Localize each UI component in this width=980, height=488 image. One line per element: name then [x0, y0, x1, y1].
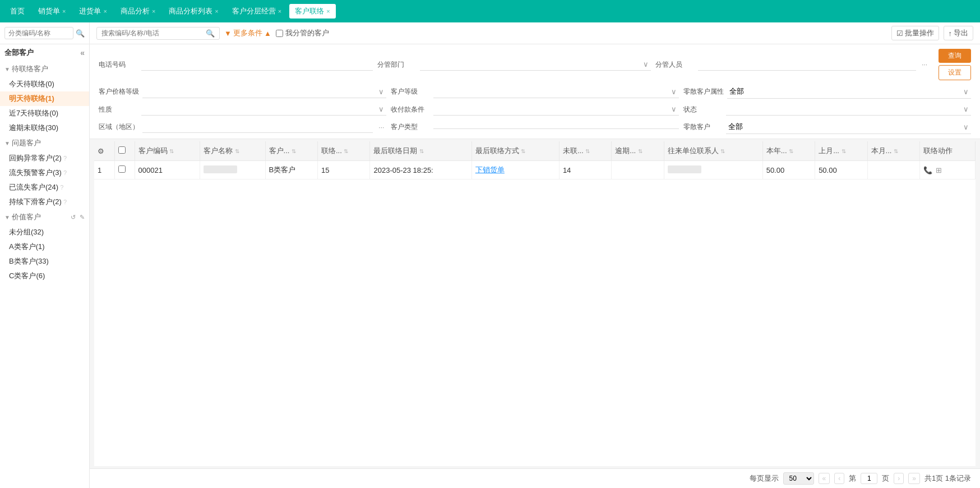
nav-close-0[interactable]: × — [62, 8, 66, 15]
toolbar-search-input[interactable] — [101, 29, 202, 37]
nav-close-2[interactable]: × — [152, 8, 155, 15]
my-customers-label: 我分管的客户 — [285, 28, 329, 38]
sort-icon-contact[interactable]: ⇅ — [344, 148, 348, 154]
nav-home[interactable]: 首页 — [4, 4, 30, 19]
nav-item-2[interactable]: 商品分析 × — [115, 4, 161, 19]
sidebar-item-today[interactable]: 今天待联络(0) — [0, 77, 89, 91]
action-call-0[interactable]: 📞 — [923, 166, 932, 174]
set-button[interactable]: 设置 — [939, 65, 971, 80]
filter-region-input[interactable] — [142, 121, 373, 133]
filter-payment-select[interactable]: ∨ — [433, 103, 678, 116]
filter-retail-customer-select[interactable]: 全部 ∨ — [726, 120, 971, 134]
nav-item-0[interactable]: 销货单 × — [33, 4, 71, 19]
value-arrow: ▼ — [4, 214, 10, 220]
sidebar-item-ungrouped[interactable]: 未分组(32) — [0, 225, 89, 240]
sidebar-item-declining[interactable]: 持续下滑客户(2) ? — [0, 195, 89, 209]
col-name: 客户名称 ⇅ — [200, 141, 266, 161]
sort-icon-no-contact[interactable]: ⇅ — [585, 148, 590, 154]
sidebar-item-7days[interactable]: 近7天待联络(0) — [0, 106, 89, 121]
filter-phone-label: 电话号码 — [99, 60, 138, 70]
per-page-select[interactable]: 50 100 200 — [783, 472, 814, 485]
filter-dept-select[interactable]: ∨ — [420, 58, 651, 71]
contact-method-link-0[interactable]: 下销货单 — [475, 165, 505, 174]
filter-phone-input[interactable] — [141, 59, 373, 71]
export-label: 导出 — [954, 28, 968, 38]
sidebar-item-lost[interactable]: 已流失客户(24) ? — [0, 180, 89, 195]
first-page-btn[interactable]: « — [819, 473, 830, 484]
region-more[interactable]: ··· — [376, 122, 386, 133]
sort-icon-this-month[interactable]: ⇅ — [894, 148, 898, 154]
refresh-icon[interactable]: ↺ — [71, 214, 76, 221]
retail-customer-value: 全部 — [728, 122, 743, 132]
sort-icon-related[interactable]: ⇅ — [720, 148, 725, 154]
sidebar-item-tomorrow[interactable]: 明天待联络(1) — [0, 91, 89, 106]
total-label: 共1页 1条记录 — [924, 473, 971, 484]
select-all-checkbox[interactable] — [118, 146, 126, 154]
filter-value-grade-select[interactable]: ∨ — [142, 86, 386, 98]
batch-op-button[interactable]: ☑ 批量操作 — [891, 26, 939, 40]
filter-retail-attr-select[interactable]: 全部 ∨ — [727, 85, 971, 99]
nav-item-1[interactable]: 进货单 × — [73, 4, 112, 19]
sidebar-item-abnormal[interactable]: 回购异常客户(2) ? — [0, 151, 89, 165]
page-input[interactable] — [861, 473, 877, 484]
all-customers-label: 全部客户 — [4, 48, 34, 58]
export-button[interactable]: ↑ 导出 — [944, 26, 974, 40]
sidebar-search-icon[interactable]: 🔍 — [76, 29, 85, 38]
cell-last-method-0[interactable]: 下销货单 — [471, 161, 559, 179]
sidebar: 🔍 全部客户 « ▼ 待联络客户 今天待联络(0) 明天待联络(1) 近7天待联… — [0, 22, 90, 488]
nav-close-3[interactable]: × — [215, 8, 218, 15]
retail-attr-value: 全部 — [729, 86, 744, 96]
sort-icon-last-month[interactable]: ⇅ — [842, 148, 846, 154]
sort-icon-year[interactable]: ⇅ — [789, 148, 793, 154]
action-more-0[interactable]: ⊞ — [936, 166, 942, 174]
nav-close-4[interactable]: × — [278, 8, 281, 15]
sort-icon-type[interactable]: ⇅ — [292, 148, 296, 154]
sidebar-search-input[interactable] — [4, 27, 73, 39]
cell-type-0: B类客户 — [265, 161, 317, 179]
sort-icon-name[interactable]: ⇅ — [235, 148, 239, 154]
filter-status-select[interactable]: ∨ — [726, 103, 971, 116]
cell-checkbox-0[interactable] — [114, 161, 135, 179]
page-label: 第 — [849, 473, 856, 484]
filter-customer-type-select[interactable] — [433, 125, 678, 129]
sort-icon-code[interactable]: ⇅ — [169, 148, 174, 154]
sort-icon-date[interactable]: ⇅ — [419, 148, 424, 154]
all-customers-header[interactable]: 全部客户 « — [0, 44, 89, 61]
nav-item-3[interactable]: 商品分析列表 × — [163, 4, 224, 19]
table-header-row: ⚙ 客户编码 ⇅ 客户名称 ⇅ 客户... ⇅ 联络... ⇅ 最后联络日期 ⇅… — [94, 141, 976, 161]
next-page-btn[interactable]: › — [894, 473, 904, 484]
sort-icon-overdue[interactable]: ⇅ — [638, 148, 642, 154]
filter-icon: ▼ — [224, 29, 232, 38]
edit-icon[interactable]: ✎ — [80, 214, 85, 221]
filter-customer-grade-select[interactable]: ∨ — [433, 86, 678, 98]
nav-item-5[interactable]: 客户联络 × — [289, 4, 335, 19]
query-button[interactable]: 查询 — [939, 49, 971, 63]
row-checkbox-0[interactable] — [118, 165, 126, 173]
batch-op-label: 批量操作 — [905, 28, 934, 38]
filter-dept-label: 分管部门 — [377, 60, 417, 70]
sidebar-item-b-class[interactable]: B类客户(33) — [0, 254, 89, 269]
col-last-method-label: 最后联络方式 — [475, 146, 519, 155]
col-checkbox[interactable] — [114, 141, 135, 161]
person-more[interactable]: ··· — [919, 59, 930, 70]
nav-item-4[interactable]: 客户分层经营 × — [226, 4, 287, 19]
sidebar-item-c-class[interactable]: C类客户(6) — [0, 269, 89, 283]
last-page-btn[interactable]: » — [908, 473, 920, 484]
col-settings[interactable]: ⚙ — [94, 141, 114, 161]
filter-region-label: 区域（地区） — [99, 122, 139, 132]
nav-item-label-3: 商品分析列表 — [169, 6, 212, 16]
filter-gender-select[interactable]: ∨ — [141, 103, 386, 116]
sidebar-item-warning[interactable]: 流失预警客户(3) ? — [0, 165, 89, 180]
sort-icon-method[interactable]: ⇅ — [521, 148, 525, 154]
toolbar-search-icon[interactable]: 🔍 — [206, 29, 215, 38]
filter-person-input[interactable] — [698, 59, 916, 71]
nav-close-1[interactable]: × — [103, 8, 107, 15]
nav-close-5[interactable]: × — [326, 8, 330, 15]
filter-retail-customer: 零散客户 全部 ∨ — [683, 120, 971, 134]
prev-page-btn[interactable]: ‹ — [834, 473, 844, 484]
sidebar-item-overdue[interactable]: 逾期未联络(30) — [0, 121, 89, 135]
my-customers-checkbox-area[interactable]: 我分管的客户 — [276, 28, 329, 38]
filter-toggle[interactable]: ▼ 更多条件 ▲ — [224, 28, 271, 38]
sidebar-item-a-class[interactable]: A类客户(1) — [0, 240, 89, 254]
my-customers-checkbox[interactable] — [276, 30, 283, 37]
